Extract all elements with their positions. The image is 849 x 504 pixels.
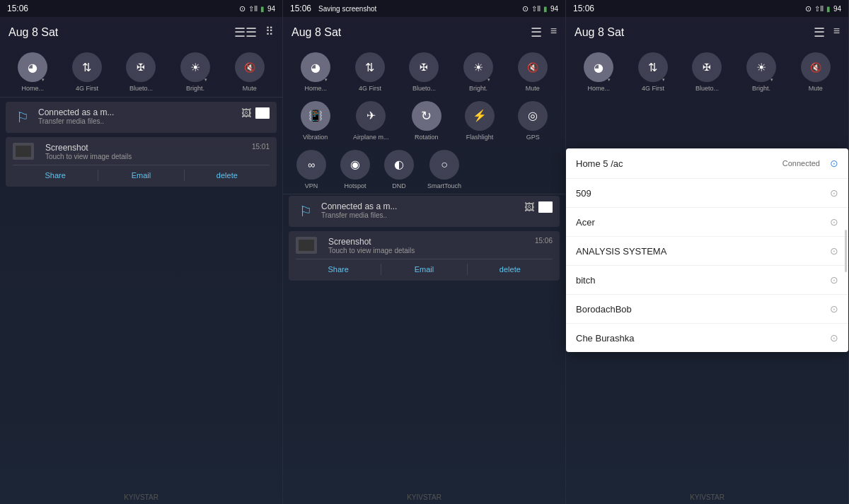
share-action-1[interactable]: Share [13, 170, 98, 181]
qs-bright-3[interactable]: ☀ ▾ Bright. [746, 52, 777, 93]
wifi-status-text-home: Connected [782, 159, 820, 168]
menu-icon-2[interactable]: ☰ [531, 25, 542, 40]
qs-dnd-label: DND [392, 182, 406, 190]
list-icon-3[interactable]: ≡ [833, 25, 840, 40]
qs-4g-3[interactable]: ⇅ ▾ 4G First [637, 52, 669, 93]
gps-icon: ◎ [528, 109, 538, 122]
wifi-item-right-bitch: ⊙ [824, 274, 838, 286]
qs-4g-circle-2[interactable]: ⇅ [355, 52, 385, 82]
date-icons-2[interactable]: ☰ ≡ [531, 25, 557, 40]
email-action-1[interactable]: Email [98, 170, 184, 181]
wifi-scrollbar[interactable] [845, 230, 847, 272]
qs-gps[interactable]: ◎ GPS [517, 101, 548, 141]
qs-smarttouch[interactable]: ○ SmartTouch [427, 150, 461, 190]
date-icons-3[interactable]: ☰ ≡ [814, 25, 840, 40]
qs-wifi-1[interactable]: ◕ ▾ Home... [17, 52, 48, 93]
qs-bt-2[interactable]: ✠ Blueto... [408, 52, 439, 93]
quick-settings-3: ◕ ▾ Home... ⇅ ▾ 4G First ✠ Blueto... ☀ ▾… [566, 48, 848, 95]
folder-icon-2 [538, 201, 553, 213]
wifi-item-509[interactable]: 509 ⊙ [566, 179, 848, 208]
qs-wifi-circle-1[interactable]: ◕ ▾ [18, 52, 47, 82]
qs-bt-circle-3[interactable]: ✠ [692, 52, 722, 82]
screenshot-notif-title-2: Screenshot [328, 237, 529, 247]
qs-4g-circle-1[interactable]: ⇅ [72, 52, 102, 82]
qs-gps-circle[interactable]: ◎ [518, 101, 548, 131]
bt-icon-1: ✠ [137, 61, 145, 73]
usb-notif-1[interactable]: ⚐ Connected as a m... Transfer media fil… [6, 102, 277, 133]
qs-bt-circle-2[interactable]: ✠ [409, 52, 439, 82]
date-icons-1[interactable]: ☰ ⠿ [234, 25, 274, 40]
notifications-1: ⚐ Connected as a m... Transfer media fil… [0, 99, 282, 491]
qs-rotation-circle[interactable]: ↻ [412, 101, 441, 131]
qs-bt-circle-1[interactable]: ✠ [126, 52, 156, 82]
qs-bt-3[interactable]: ✠ Blueto... [691, 52, 722, 93]
date-text-3: Aug 8 Sat [574, 26, 624, 39]
qs-vpn[interactable]: ∞ VPN [296, 150, 327, 190]
wifi-item-borodach[interactable]: BorodachBob ⊙ [566, 295, 848, 324]
wifi-item-bitch[interactable]: bitch ⊙ [566, 266, 848, 295]
screenshot-notif-subtitle-1: Touch to view image details [45, 153, 246, 160]
qs-bt-1[interactable]: ✠ Blueto... [125, 52, 156, 93]
qs-vibration[interactable]: 📳 Vibration [300, 101, 331, 141]
usb-symbol: ⚐ [16, 109, 29, 126]
qs-4g-label-2: 4G First [359, 85, 381, 93]
delete-action-2[interactable]: delete [468, 264, 553, 275]
qs-vibration-circle[interactable]: 📳 [301, 101, 330, 131]
qs-4g-circle-3[interactable]: ⇅ ▾ [638, 52, 668, 82]
qs-bright-circle-2[interactable]: ☀ ▾ [463, 52, 493, 82]
delete-action-1[interactable]: delete [185, 170, 270, 181]
qs-bright-circle-3[interactable]: ☀ ▾ [746, 52, 776, 82]
status-bar-1: 15:06 ⊙ ⇧ll ▮ 94 [0, 0, 282, 17]
qs-mute-circle-1[interactable]: 🔇 [235, 52, 265, 82]
qs-hotspot[interactable]: ◉ Hotspot [340, 150, 371, 190]
wifi-item-analysis[interactable]: ANALYSIS SYSTEMA ⊙ [566, 237, 848, 266]
usb-notif-body-2: Connected as a m... Transfer media files… [321, 201, 519, 219]
menu-icon-1[interactable]: ☰ [234, 25, 257, 40]
wifi-item-acer[interactable]: Acer ⊙ [566, 208, 848, 237]
qs-airplane-circle[interactable]: ✈ [356, 101, 386, 131]
screenshot-notif-2[interactable]: Screenshot Touch to view image details 1… [289, 231, 560, 281]
wifi-item-home[interactable]: Home 5 /ac Connected ⊙ [566, 148, 848, 179]
qs-mute-circle-2[interactable]: 🔇 [518, 52, 548, 82]
usb-notif-subtitle-1: Transfer media files.. [38, 117, 236, 125]
screenshot-notif-1[interactable]: Screenshot Touch to view image details 1… [6, 137, 277, 187]
qs-wifi-2[interactable]: ◕ ▾ Home... [300, 52, 331, 93]
qs-mute-circle-3[interactable]: 🔇 [801, 52, 831, 82]
wifi-status-icon-2: ⊙ [522, 4, 529, 13]
wifi-icon-3: ◕ [594, 61, 603, 74]
share-action-2[interactable]: Share [296, 264, 381, 275]
battery-level-1: 94 [267, 5, 275, 13]
qs-mute-1[interactable]: 🔇 Mute [234, 52, 265, 93]
qs-dnd-circle[interactable]: ◐ [384, 150, 414, 180]
qs-wifi-3[interactable]: ◕ ▾ Home... [583, 52, 614, 93]
qs-smarttouch-circle[interactable]: ○ [429, 150, 459, 180]
qs-mute-3[interactable]: 🔇 Mute [800, 52, 831, 93]
qs-vpn-circle[interactable]: ∞ [296, 150, 326, 180]
list-icon-2[interactable]: ≡ [550, 25, 557, 40]
qs-wifi-circle-2[interactable]: ◕ ▾ [301, 52, 330, 82]
wifi-item-che[interactable]: Che Burashka ⊙ [566, 324, 848, 352]
usb-notif-2[interactable]: ⚐ Connected as a m... Transfer media fil… [289, 196, 560, 227]
qs-hotspot-circle[interactable]: ◉ [340, 150, 370, 180]
notifications-2: ⚐ Connected as a m... Transfer media fil… [283, 196, 565, 491]
qs-flashlight[interactable]: ⚡ Flashlight [464, 101, 495, 141]
qs-airplane[interactable]: ✈ Airplane m... [353, 101, 389, 141]
qs-bright-circle-1[interactable]: ☀ ▾ [180, 52, 210, 82]
usb-icon-1: ⚐ [13, 107, 33, 127]
wifi-signal-bitch: ⊙ [830, 274, 838, 286]
screenshot-inner-2 [299, 240, 314, 251]
qs-bright-2[interactable]: ☀ ▾ Bright. [463, 52, 494, 93]
battery-level-3: 94 [833, 5, 841, 13]
qs-dnd[interactable]: ◐ DND [383, 150, 415, 190]
qs-mute-2[interactable]: 🔇 Mute [517, 52, 548, 93]
qs-mute-label-2: Mute [526, 85, 540, 93]
menu-icon-3[interactable]: ☰ [814, 25, 825, 40]
qs-rotation[interactable]: ↻ Rotation [411, 101, 442, 141]
email-action-2[interactable]: Email [381, 264, 467, 275]
qs-4g-2[interactable]: ⇅ 4G First [354, 52, 386, 93]
qs-wifi-circle-3[interactable]: ◕ ▾ [584, 52, 613, 82]
qs-flashlight-circle[interactable]: ⚡ [465, 101, 495, 131]
grid-icon-1[interactable]: ⠿ [265, 25, 274, 40]
qs-bright-1[interactable]: ☀ ▾ Bright. [180, 52, 211, 93]
qs-4g-1[interactable]: ⇅ 4G First [71, 52, 103, 93]
